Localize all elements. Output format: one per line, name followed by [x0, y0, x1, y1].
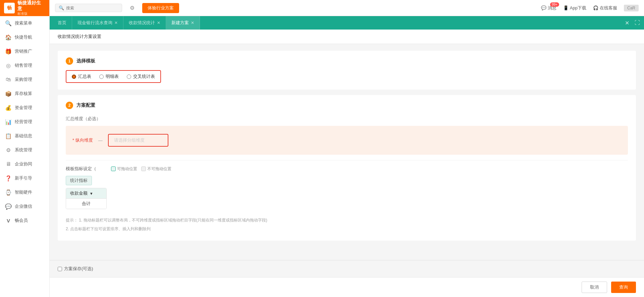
legend-movable: 可拖动位置 [111, 166, 137, 172]
tips-section: 提示： 1. 拖动标题栏可以调整布局，不可跨维度或指标区域拖动栏目字段(只能在同… [66, 217, 628, 233]
tab-collection-stats-close[interactable]: ✕ [157, 20, 160, 25]
tab-new-plan-label: 新建方案 [171, 20, 189, 26]
dimension-row: 纵向维度 — 请选择分组维度 [72, 134, 621, 147]
question-icon: ❓ [5, 175, 11, 181]
tab-new-plan-close[interactable]: ✕ [191, 20, 194, 25]
sidebar-item-search[interactable]: 🔍 搜索菜单 [0, 16, 49, 30]
tab-collection-stats-label: 收款情况统计 [129, 20, 155, 26]
tab-bank-flow[interactable]: 现金银行流水查询 ✕ [72, 16, 123, 30]
messages-item[interactable]: 💬 消息 99+ [541, 5, 556, 11]
search-input[interactable] [66, 6, 113, 10]
messages-badge: 99+ [550, 2, 559, 7]
option-summary[interactable]: 汇总表 [72, 73, 91, 80]
page-header: 收款情况统计方案设置 [50, 30, 644, 44]
support-icon: 🎧 [593, 5, 598, 10]
tabbar: 首页 现金银行流水查询 ✕ 收款情况统计 ✕ 新建方案 ✕ ✕ ⛶ [50, 16, 644, 30]
tab-home[interactable]: 首页 [52, 16, 72, 30]
close-all-icon[interactable]: ✕ [624, 18, 631, 28]
metrics-section: 模板指标设定（ 可拖动位置 不可拖动位置 [66, 166, 628, 210]
metrics-legend: 可拖动位置 不可拖动位置 [111, 166, 171, 172]
metrics-table-row: 合计 [66, 199, 106, 209]
sidebar-item-label: 经营管理 [15, 119, 32, 125]
page-body: 1 选择模板 汇总表 明细表 交叉统计表 [50, 44, 644, 260]
sidebar-item-purchase[interactable]: 🛍 采购管理 [0, 72, 49, 87]
option-cross-label: 交叉统计表 [133, 73, 155, 80]
metrics-table: 收款金额 ▾ 合计 [66, 188, 107, 209]
logo-icon: 畅 [4, 3, 15, 13]
save-checkbox-input[interactable] [58, 267, 62, 271]
tab-home-label: 首页 [58, 20, 66, 26]
sidebar-item-label: 基础信息 [15, 133, 32, 139]
search-icon: 🔍 [59, 5, 64, 10]
gift-icon: 🎁 [5, 48, 11, 54]
radio-detail[interactable] [99, 75, 104, 79]
column-header-label: 收款金额 [70, 190, 88, 196]
step1-header: 1 选择模板 [66, 57, 628, 65]
gear-icon: ⚙ [5, 147, 11, 153]
dimension-area: 纵向维度 — 请选择分组维度 [66, 126, 628, 155]
tab-bank-flow-close[interactable]: ✕ [114, 20, 118, 25]
step2-title: 方案配置 [76, 102, 95, 108]
dropdown-icon[interactable]: ▾ [90, 191, 93, 196]
content-area: 收款情况统计方案设置 1 选择模板 汇总表 明细表 [50, 30, 644, 297]
tabbar-controls: ✕ ⛶ [624, 18, 641, 28]
user-info[interactable]: CaR [624, 5, 639, 11]
sidebar-item-quick-nav[interactable]: 🏠 快捷导航 [0, 30, 49, 44]
metrics-title-row: 模板指标设定（ 可拖动位置 不可拖动位置 [66, 166, 628, 172]
query-button[interactable]: 查询 [611, 282, 636, 293]
step1-section: 1 选择模板 汇总表 明细表 交叉统计表 [58, 51, 636, 90]
message-icon: 💬 [541, 5, 546, 10]
step1-number: 1 [66, 57, 73, 65]
sidebar-item-label: 企业协同 [15, 161, 32, 167]
tip-line2: 2. 点击标题栏下拉可设置排序、插入列和删除列 [66, 226, 628, 233]
dimension-select[interactable]: 请选择分组维度 [108, 134, 168, 147]
sidebar-item-newbie[interactable]: ❓ 新手引导 [0, 171, 49, 185]
main-area: 🔍 ⚙ 体验行业方案 💬 消息 99+ 📱 App下载 🎧 在线客服 CaR 首… [50, 0, 644, 297]
maximize-icon[interactable]: ⛶ [633, 18, 641, 27]
fixed-dot [141, 166, 146, 171]
option-detail[interactable]: 明细表 [99, 73, 119, 80]
search-box[interactable]: 🔍 [55, 4, 122, 12]
sidebar-item-sales[interactable]: ◎ 销售管理 [0, 58, 49, 72]
action-bar: 取消 查询 [50, 277, 644, 297]
trial-button[interactable]: 体验行业方案 [142, 3, 179, 13]
vip-icon: V [5, 217, 11, 224]
sidebar-item-smart-hw[interactable]: ⌚ 智能硬件 [0, 185, 49, 199]
sidebar-item-label: 快捷导航 [15, 34, 32, 40]
sidebar-item-label: 系统管理 [15, 147, 32, 153]
sidebar-item-inventory[interactable]: 📦 库存核算 [0, 87, 49, 101]
tab-new-plan[interactable]: 新建方案 ✕ [166, 16, 200, 30]
home-icon: 🏠 [5, 34, 11, 40]
stats-label: 统计指标 [66, 176, 92, 185]
sidebar-item-enterprise-collab[interactable]: 🖥 企业协同 [0, 157, 49, 171]
step1-title: 选择模板 [76, 58, 95, 64]
option-cross[interactable]: 交叉统计表 [127, 73, 155, 80]
metrics-table-header[interactable]: 收款金额 ▾ [66, 188, 106, 199]
sidebar-item-capital[interactable]: 💰 资金管理 [0, 101, 49, 115]
sidebar-item-member[interactable]: V 畅会员 [0, 213, 49, 228]
cancel-button[interactable]: 取消 [582, 282, 607, 293]
legend-fixed-label: 不可拖动位置 [147, 166, 171, 172]
sidebar-item-operations[interactable]: 📊 经营管理 [0, 115, 49, 129]
metrics-label-row: 统计指标 [66, 176, 628, 185]
app-download-label: App下载 [570, 5, 586, 11]
radio-summary[interactable] [72, 75, 76, 79]
sidebar-item-system[interactable]: ⚙ 系统管理 [0, 143, 49, 157]
sidebar-item-enterprise-wechat[interactable]: 💬 企业微信 [0, 199, 49, 213]
tab-bank-flow-label: 现金银行流水查询 [77, 20, 112, 26]
sidebar-item-label: 新手引导 [15, 175, 32, 181]
radio-cross[interactable] [127, 75, 131, 79]
step2-number: 2 [66, 102, 73, 109]
chart-icon: 📊 [5, 119, 11, 125]
save-checkbox[interactable]: 方案保存(可选) [58, 266, 93, 272]
sidebar-item-marketing[interactable]: 🎁 营销推广 [0, 44, 49, 58]
app-download-item[interactable]: 📱 App下载 [563, 5, 586, 11]
settings-icon[interactable]: ⚙ [127, 3, 137, 13]
circle-icon: ◎ [5, 62, 11, 68]
online-support-item[interactable]: 🎧 在线客服 [593, 5, 617, 11]
clipboard-icon: 📋 [5, 133, 11, 139]
sidebar-item-basic-info[interactable]: 📋 基础信息 [0, 129, 49, 143]
tab-collection-stats[interactable]: 收款情况统计 ✕ [123, 16, 166, 30]
money-icon: 💰 [5, 105, 11, 111]
sidebar: 畅 畅捷通好生意 标准版 🔍 搜索菜单 🏠 快捷导航 🎁 营销推广 ◎ 销售管理… [0, 0, 50, 297]
